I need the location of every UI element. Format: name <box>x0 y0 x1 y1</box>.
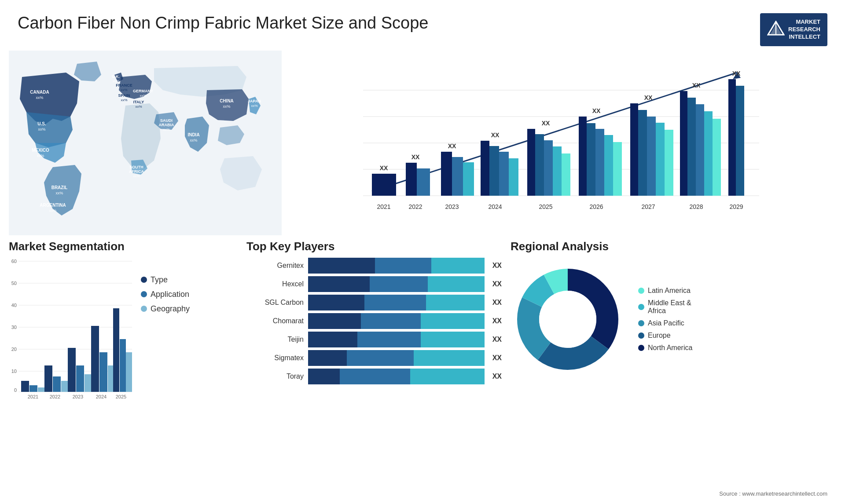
legend-middle-east-africa: Middle East &Africa <box>638 299 692 315</box>
svg-text:XX: XX <box>692 82 701 89</box>
svg-text:0: 0 <box>14 387 17 393</box>
svg-text:XX: XX <box>491 131 500 139</box>
growth-chart-svg: XX 2021 XX 2022 XX 2023 XX 2024 <box>295 55 827 231</box>
svg-text:AFRICA: AFRICA <box>129 169 144 174</box>
svg-text:XX: XX <box>448 142 456 150</box>
page-header: Carbon Fiber Non Crimp Fabric Market Siz… <box>0 0 845 51</box>
svg-text:XX: XX <box>411 153 420 161</box>
donut-chart <box>511 262 625 376</box>
svg-rect-69 <box>587 123 595 196</box>
middle-east-dot <box>638 304 644 310</box>
svg-text:ARGENTINA: ARGENTINA <box>40 203 66 208</box>
svg-text:50: 50 <box>11 281 17 286</box>
svg-rect-63 <box>544 140 553 196</box>
seg-legend: Type Application Geography <box>141 275 190 314</box>
svg-text:INDIA: INDIA <box>187 132 199 137</box>
svg-rect-125 <box>126 352 132 392</box>
players-list: Gernitex XX Hexcel <box>246 258 502 384</box>
svg-rect-65 <box>562 153 570 196</box>
svg-rect-107 <box>21 381 29 392</box>
svg-text:xx%: xx% <box>163 128 169 131</box>
logo-icon <box>767 21 785 38</box>
segmentation-title: Market Segmentation <box>9 240 238 253</box>
donut-svg <box>511 262 625 376</box>
player-name: Hexcel <box>246 280 304 288</box>
svg-rect-43 <box>372 174 396 196</box>
svg-rect-84 <box>696 104 704 196</box>
svg-text:xx%: xx% <box>251 104 257 108</box>
svg-text:FRANCE: FRANCE <box>116 83 132 88</box>
svg-text:20: 20 <box>11 347 17 352</box>
legend-europe: Europe <box>638 332 692 340</box>
svg-text:2021: 2021 <box>28 394 38 399</box>
svg-text:60: 60 <box>11 259 17 264</box>
player-bar <box>308 369 485 384</box>
list-item: Teijin XX <box>246 332 502 347</box>
svg-rect-52 <box>463 162 474 196</box>
svg-rect-120 <box>99 352 107 392</box>
svg-rect-115 <box>68 348 76 392</box>
svg-text:MEXICO: MEXICO <box>32 148 49 153</box>
svg-text:xx%: xx% <box>37 153 44 158</box>
player-bar <box>308 276 485 292</box>
player-bar <box>308 350 485 366</box>
player-name: SGL Carbon <box>246 299 304 307</box>
svg-text:2027: 2027 <box>641 203 655 210</box>
latin-america-label: Latin America <box>648 287 691 295</box>
player-name: Chomarat <box>246 317 304 325</box>
legend-application-label: Application <box>151 290 189 299</box>
list-item: Toray XX <box>246 369 502 384</box>
svg-rect-89 <box>728 79 736 196</box>
svg-text:40: 40 <box>11 303 17 308</box>
list-item: Gernitex XX <box>246 258 502 274</box>
svg-text:CHINA: CHINA <box>220 99 234 103</box>
svg-text:xx%: xx% <box>190 138 197 142</box>
north-america-dot <box>638 345 644 351</box>
svg-text:xx%: xx% <box>49 208 56 213</box>
logo-box: MARKET RESEARCH INTELLECT <box>760 13 827 46</box>
regional-title: Regional Analysis <box>511 240 836 253</box>
svg-rect-83 <box>687 98 696 196</box>
asia-pacific-label: Asia Pacific <box>648 319 684 327</box>
player-name: Sigmatex <box>246 354 304 362</box>
svg-text:GERMANY: GERMANY <box>133 89 153 93</box>
seg-chart-svg: 60 50 40 30 20 10 0 <box>9 258 132 403</box>
svg-text:xx%: xx% <box>223 104 230 109</box>
svg-text:2024: 2024 <box>96 394 107 399</box>
svg-text:xx%: xx% <box>135 105 142 109</box>
svg-text:2026: 2026 <box>589 203 603 210</box>
players-section: Top Key Players Gernitex XX Hexcel <box>246 240 502 460</box>
player-bar <box>308 313 485 329</box>
svg-text:xx%: xx% <box>112 79 119 83</box>
legend-geography-label: Geography <box>151 304 190 314</box>
regional-legend: Latin America Middle East &Africa Asia P… <box>638 287 692 352</box>
regional-section: Regional Analysis <box>511 240 836 460</box>
svg-rect-71 <box>604 135 613 196</box>
middle-east-label: Middle East &Africa <box>648 299 691 315</box>
svg-rect-76 <box>638 110 647 196</box>
svg-text:BRAZIL: BRAZIL <box>51 185 68 190</box>
svg-text:xx%: xx% <box>133 174 140 178</box>
svg-rect-85 <box>704 111 713 196</box>
player-value: XX <box>492 317 502 325</box>
player-name: Teijin <box>246 336 304 343</box>
svg-rect-62 <box>535 134 544 196</box>
svg-text:xx%: xx% <box>121 88 127 92</box>
svg-rect-123 <box>113 308 119 392</box>
svg-text:U.S.: U.S. <box>37 121 46 126</box>
svg-rect-70 <box>595 129 604 196</box>
svg-text:xx%: xx% <box>55 191 63 195</box>
svg-rect-50 <box>441 152 452 196</box>
source-text: Source : www.marketresearchintellect.com <box>719 489 827 497</box>
svg-rect-61 <box>527 129 535 196</box>
svg-text:U.K.: U.K. <box>112 74 120 79</box>
legend-type-label: Type <box>151 275 168 285</box>
svg-text:xx%: xx% <box>140 94 146 98</box>
player-bar <box>308 295 485 310</box>
player-value: XX <box>492 336 502 343</box>
logo-text: MARKET RESEARCH INTELLECT <box>788 18 820 41</box>
svg-text:2024: 2024 <box>488 203 502 210</box>
svg-rect-108 <box>29 385 37 392</box>
svg-rect-72 <box>613 142 622 196</box>
legend-north-america: North America <box>638 344 692 352</box>
